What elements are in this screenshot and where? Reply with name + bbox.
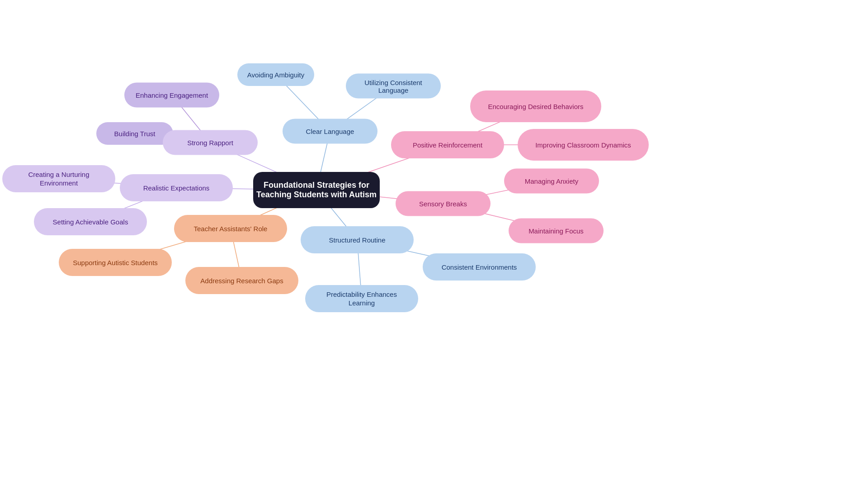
realistic-expectations-node: Realistic Expectations — [120, 174, 233, 201]
managing-anxiety-node: Managing Anxiety — [504, 169, 599, 194]
connections-svg — [0, 0, 868, 490]
encouraging-desired-behaviors-node: Encouraging Desired Behaviors — [470, 90, 601, 122]
enhancing-engagement-node: Enhancing Engagement — [124, 83, 219, 108]
building-trust-node: Building Trust — [96, 122, 173, 145]
maintaining-focus-node: Maintaining Focus — [509, 219, 604, 243]
utilizing-consistent-language-node: Utilizing Consistent Language — [346, 74, 441, 99]
creating-nurturing-environment-node: Creating a NurturingEnvironment — [2, 165, 115, 192]
positive-reinforcement-node: Positive Reinforcement — [391, 131, 504, 158]
addressing-research-gaps-node: Addressing Research Gaps — [185, 267, 298, 294]
structured-routine-node: Structured Routine — [301, 226, 414, 253]
clear-language-node: Clear Language — [283, 119, 377, 144]
supporting-autistic-students-node: Supporting Autistic Students — [59, 249, 172, 276]
setting-achievable-goals-node: Setting Achievable Goals — [34, 208, 147, 235]
improving-classroom-dynamics-node: Improving Classroom Dynamics — [518, 129, 649, 161]
mind-map: Foundational Strategies forTeaching Stud… — [0, 0, 868, 490]
center-node: Foundational Strategies forTeaching Stud… — [253, 172, 380, 208]
avoiding-ambiguity-node: Avoiding Ambiguity — [237, 63, 314, 86]
consistent-environments-node: Consistent Environments — [423, 253, 536, 281]
strong-rapport-node: Strong Rapport — [163, 130, 258, 155]
sensory-breaks-node: Sensory Breaks — [396, 191, 491, 216]
predictability-enhances-learning-node: Predictability EnhancesLearning — [305, 285, 418, 312]
teacher-assistants-role-node: Teacher Assistants' Role — [174, 215, 287, 242]
